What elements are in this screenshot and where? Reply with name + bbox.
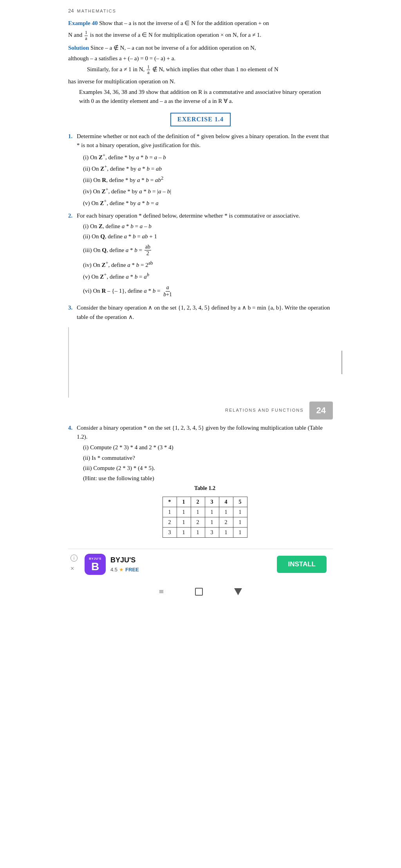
table-row: 2 1 2 1 2 1 <box>163 517 247 528</box>
table-cell-r3c4: 1 <box>219 528 233 538</box>
sim-frac-den: a <box>147 70 150 75</box>
info-icon[interactable]: i <box>70 555 78 562</box>
star-icon: ★ <box>119 566 124 574</box>
q4-hint-text: (Hint: use the following table) <box>83 475 154 481</box>
q1-v-label: (v) <box>83 200 91 206</box>
q1-part-v: (v) On Z+, define * by a * b = a <box>83 198 333 208</box>
q1-part-iv: (iv) On Z+, define * by a * b = |a – b| <box>83 186 333 196</box>
free-label: FREE <box>125 566 139 574</box>
q1-content: Determine whether or not each of the def… <box>77 132 333 209</box>
table-header-star: * <box>163 497 177 507</box>
q2-vi-label: (vi) <box>83 288 93 294</box>
table-cell-r3c5: 1 <box>233 528 247 538</box>
close-icon[interactable]: × <box>70 564 74 574</box>
table-header-3: 3 <box>205 497 219 507</box>
q4-hint: (Hint: use the following table) <box>83 474 333 483</box>
q1-iii-text: On R, define * by a * b = ab2 <box>93 177 163 183</box>
q2-iv-label: (iv) <box>83 262 93 268</box>
nand-fraction: 1 a <box>85 30 88 41</box>
q2-iii-fraction: ab 2 <box>145 244 151 258</box>
nand-frac-den: a <box>85 36 87 41</box>
table-cell-r1c0: 1 <box>163 507 177 517</box>
example-40-label: Example 40 <box>68 20 98 26</box>
home-nav-icon[interactable] <box>195 588 203 596</box>
byju-info: BYJU'S 4.5 ★ FREE <box>110 555 277 574</box>
q4-part-iii: (iii) Compute (2 * 3) * (4 * 5). <box>83 464 333 473</box>
q4-ii-label: (ii) <box>83 455 92 461</box>
q4-text: Consider a binary operation * on the set… <box>77 423 333 442</box>
q2-vi-frac-num: a <box>166 285 170 292</box>
q4-part-i: (i) Compute (2 * 3) * 4 and 2 * (3 * 4) <box>83 443 333 452</box>
install-button[interactable]: INSTALL <box>277 556 327 573</box>
q2-part-i: (i) On Z, define a * b = a – b <box>83 222 300 231</box>
q2-vi-text: On R – {– 1}, define a * b = <box>93 288 162 294</box>
table-header-2: 2 <box>191 497 205 507</box>
solution-line2: although – a satisfies a + (– a) = 0 = (… <box>68 54 333 63</box>
right-border <box>341 351 342 374</box>
table-cell-r3c2: 1 <box>191 528 205 538</box>
table-cell-r2c1: 1 <box>177 517 191 528</box>
q2-ii-label: (ii) <box>83 233 92 240</box>
q4-num: 4. <box>68 423 77 542</box>
table-header-row: * 1 2 3 4 5 <box>163 497 247 507</box>
q2-part-iii: (iii) On Q, define a * b = ab 2 <box>83 244 300 258</box>
q1-iv-text: On Z+, define * by a * b = |a – b| <box>93 188 171 194</box>
table-cell-r3c0: 3 <box>163 528 177 538</box>
q4-ii-text: Is * commutative? <box>92 455 135 461</box>
q4-iii-text: Compute (2 * 3) * (4 * 5). <box>93 465 155 471</box>
table-cell-r2c5: 1 <box>233 517 247 528</box>
nand-line: N and 1 a is not the inverse of a ∈ N fo… <box>68 30 333 41</box>
q1-iii-label: (iii) <box>83 177 93 183</box>
q1-part-i: (i) On Z+, define * by a * b = a – b <box>83 152 333 162</box>
example-40-text: Show that – a is not the inverse of a ∈ … <box>99 20 269 26</box>
has-inverse: has inverse for multiplication operation… <box>68 77 333 86</box>
byju-app-name: BYJU'S <box>110 555 277 566</box>
q4-parts: (i) Compute (2 * 3) * 4 and 2 * (3 * 4) … <box>83 443 333 483</box>
q1-text: Determine whether or not each of the def… <box>77 132 333 150</box>
table-cell-r3c3: 3 <box>205 528 219 538</box>
q1-iv-label: (iv) <box>83 188 93 194</box>
table-cell-r3c1: 1 <box>177 528 191 538</box>
table-cell-r2c0: 2 <box>163 517 177 528</box>
q2-i-text: On Z, define a * b = a – b <box>90 223 152 229</box>
q2-part-iv: (iv) On Z+, define a * b = 2ab <box>83 259 300 270</box>
q3-text: Consider the binary operation ∧ on the s… <box>77 303 333 322</box>
solution-line1: Solution Since – a ∉ N, – a can not be i… <box>68 43 333 52</box>
q2-i-label: (i) <box>83 223 90 229</box>
q1-v-text: On Z+, define * by a * b = a <box>91 200 158 206</box>
table-header-1: 1 <box>177 497 191 507</box>
page-number-1: 24 <box>68 7 74 15</box>
question-4: 4. Consider a binary operation * on the … <box>68 423 333 542</box>
solution-text1: Since – a ∉ N, – a can not be inverse of… <box>90 45 256 51</box>
example-40-line: Example 40 Show that – a is not the inve… <box>68 19 333 28</box>
operation-table: * 1 2 3 4 5 1 1 1 1 1 1 <box>163 497 247 538</box>
q2-text: For each binary operation * defined belo… <box>77 211 300 220</box>
back-nav-icon[interactable] <box>234 588 242 595</box>
q2-part-v: (v) On Z+, define a * b = ab <box>83 271 300 281</box>
table-cell-r2c3: 1 <box>205 517 219 528</box>
q2-ii-text: On Q, define a * b = ab + 1 <box>92 233 157 240</box>
menu-nav-icon[interactable]: ≡ <box>159 585 164 598</box>
q3-num: 3. <box>68 303 77 323</box>
question-1: 1. Determine whether or not each of the … <box>68 132 333 209</box>
q1-i-text: On Z+, define * by a * b = a – b <box>90 154 166 160</box>
question-2: 2. For each binary operation * defined b… <box>68 211 333 301</box>
q2-vi-frac-den: b+1 <box>163 292 173 298</box>
page-2-header: RELATIONS AND FUNCTIONS 24 <box>68 402 333 420</box>
solution-label: Solution <box>68 45 89 51</box>
table-cell-r1c4: 1 <box>219 507 233 517</box>
similarly-rest: ∉ N, which implies that other than 1 no … <box>152 66 278 72</box>
q1-ii-text: On Z+, define * by a * b = ab <box>92 166 162 172</box>
page-2: RELATIONS AND FUNCTIONS 24 4. Consider a… <box>59 402 342 601</box>
similarly-text: Similarly, for a ≠ 1 in N, <box>87 66 145 72</box>
table-cell-r1c1: 1 <box>177 507 191 517</box>
byju-logo-box: BYJU'S B <box>85 554 106 575</box>
table-cell-r2c2: 2 <box>191 517 205 528</box>
table-cell-r1c3: 1 <box>205 507 219 517</box>
exercise-list: 1. Determine whether or not each of the … <box>68 132 333 323</box>
q4-iii-label: (iii) <box>83 465 93 471</box>
q2-part-vi: (vi) On R – {– 1}, define a * b = a b+1 <box>83 285 300 298</box>
table-header-5: 5 <box>233 497 247 507</box>
q2-iv-text: On Z+, define a * b = 2ab <box>93 262 153 268</box>
q2-iii-text: On Q, define a * b = <box>93 247 143 253</box>
